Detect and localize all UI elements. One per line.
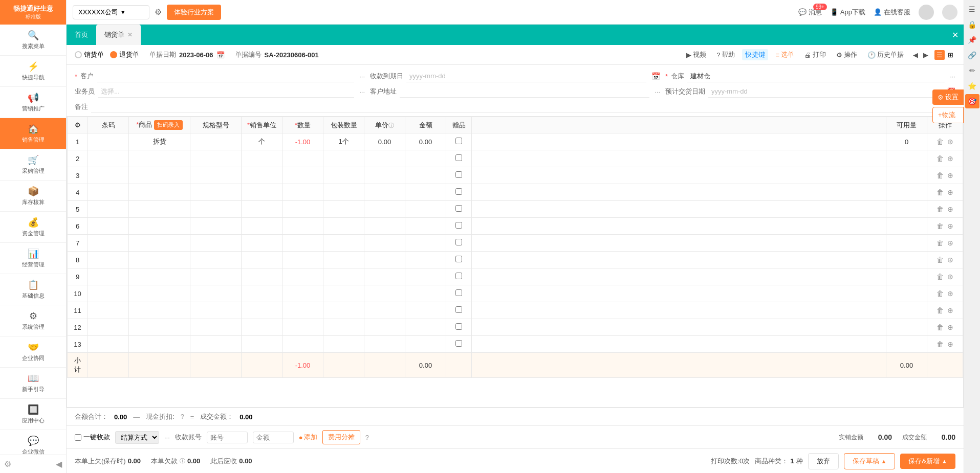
panel-btn-3[interactable]: 📌	[965, 33, 979, 47]
cell-barcode-7[interactable]	[88, 252, 129, 268]
sidebar-item-新手引导[interactable]: 📖新手引导	[0, 368, 66, 399]
sidebar-item-库存核算[interactable]: 📦库存核算	[0, 181, 66, 212]
owed-help-icon[interactable]: ⓘ	[180, 457, 185, 465]
pay-amount-input[interactable]	[253, 432, 294, 443]
message-item[interactable]: 💬 消息 99+	[798, 8, 822, 17]
gift-checkbox-3[interactable]	[455, 188, 462, 195]
sidebar-item-企业微信[interactable]: 💬企业微信	[0, 430, 66, 455]
pay-method-select[interactable]: 结算方式	[115, 431, 159, 444]
tab-close-icon[interactable]: ✕	[127, 31, 133, 38]
app-download-item[interactable]: 📱 App下载	[830, 8, 865, 17]
panel-btn-7[interactable]: 🎯	[965, 94, 979, 108]
panel-btn-4[interactable]: 🔗	[965, 48, 979, 62]
discard-button[interactable]: 放弃	[808, 453, 839, 469]
gift-checkbox-0[interactable]	[455, 138, 462, 144]
cell-spec-6[interactable]	[190, 235, 242, 252]
radio-sale[interactable]: 销货单	[75, 50, 104, 59]
barcode-input-12[interactable]	[92, 341, 124, 348]
gift-checkbox-7[interactable]	[455, 256, 462, 262]
copy-btn-2[interactable]: ⊕	[946, 170, 954, 181]
sidebar-item-销售管理[interactable]: 🏠销售管理	[0, 118, 66, 149]
gift-checkbox-5[interactable]	[455, 222, 462, 229]
barcode-input-9[interactable]	[92, 290, 124, 298]
print-btn[interactable]: 🖨 打印	[801, 49, 829, 60]
th-settings[interactable]: ⚙	[68, 117, 88, 133]
delete-btn-6[interactable]: 🗑	[935, 238, 945, 248]
collapse-icon[interactable]: ◀	[56, 459, 62, 469]
panel-btn-1[interactable]: ☰	[965, 2, 979, 16]
header-settings-icon[interactable]: ⚙	[155, 7, 162, 17]
gift-checkbox-6[interactable]	[455, 239, 462, 245]
pay-method-dots[interactable]: ···	[164, 434, 170, 441]
sidebar-item-企业协同[interactable]: 🤝企业协同	[0, 336, 66, 368]
barcode-input-0[interactable]	[92, 138, 124, 146]
cell-barcode-3[interactable]	[88, 184, 129, 201]
cell-spec-5[interactable]	[190, 218, 242, 235]
cell-spec-7[interactable]	[190, 252, 242, 268]
barcode-input-5[interactable]	[92, 222, 124, 230]
barcode-input-7[interactable]	[92, 256, 124, 264]
cell-barcode-4[interactable]	[88, 201, 129, 218]
barcode-input-6[interactable]	[92, 239, 124, 247]
payment-calendar-icon[interactable]: 📅	[651, 72, 660, 80]
list-view-icon[interactable]: ☰	[934, 50, 945, 60]
cell-spec-12[interactable]	[190, 336, 242, 353]
gift-checkbox-10[interactable]	[455, 306, 462, 313]
customer-input[interactable]	[97, 70, 354, 82]
cell-spec-4[interactable]	[190, 201, 242, 218]
cell-barcode-5[interactable]	[88, 218, 129, 235]
warehouse-input[interactable]	[687, 70, 945, 82]
cell-barcode-2[interactable]	[88, 167, 129, 184]
cell-barcode-11[interactable]	[88, 319, 129, 336]
sidebar-item-经营管理[interactable]: 📊经营管理	[0, 243, 66, 274]
barcode-input-4[interactable]	[92, 206, 124, 213]
copy-btn-9[interactable]: ⊕	[946, 288, 954, 299]
tab-home[interactable]: 首页	[67, 25, 96, 45]
barcode-input-3[interactable]	[92, 189, 124, 196]
trial-button[interactable]: 体验行业方案	[167, 5, 221, 20]
user-avatar[interactable]	[919, 5, 934, 20]
warehouse-dots[interactable]: ···	[950, 73, 955, 80]
cell-spec-11[interactable]	[190, 319, 242, 336]
copy-btn-4[interactable]: ⊕	[946, 204, 954, 214]
sidebar-item-营销推广[interactable]: 📢营销推广	[0, 87, 66, 118]
barcode-input-8[interactable]	[92, 273, 124, 281]
video-btn[interactable]: ▶ 视频	[683, 49, 709, 60]
cell-barcode-9[interactable]	[88, 285, 129, 302]
cell-barcode-12[interactable]	[88, 336, 129, 353]
tab-sale[interactable]: 销货单 ✕	[96, 25, 141, 45]
gift-checkbox-1[interactable]	[455, 154, 462, 161]
pay-account-input[interactable]	[207, 432, 248, 443]
barcode-input-1[interactable]	[92, 155, 124, 163]
gift-checkbox-9[interactable]	[455, 289, 462, 296]
gift-checkbox-4[interactable]	[455, 205, 462, 212]
copy-btn-11[interactable]: ⊕	[946, 322, 954, 332]
sidebar-item-搜索菜单[interactable]: 🔍搜索菜单	[0, 25, 66, 56]
cell-barcode-1[interactable]	[88, 150, 129, 167]
barcode-input-10[interactable]	[92, 307, 124, 314]
one-click-pay-checkbox[interactable]	[75, 434, 81, 441]
customer-dots[interactable]: ···	[359, 73, 365, 80]
expected-date-input[interactable]	[708, 85, 942, 98]
copy-btn-10[interactable]: ⊕	[946, 305, 954, 316]
panel-btn-2[interactable]: 🔒	[965, 17, 979, 32]
settings-icon[interactable]: ⚙	[4, 459, 11, 469]
delete-btn-2[interactable]: 🗑	[935, 170, 945, 181]
sidebar-item-快捷导航[interactable]: ⚡快捷导航	[0, 56, 66, 87]
barcode-input-11[interactable]	[92, 324, 124, 331]
cell-barcode-8[interactable]	[88, 268, 129, 285]
online-service-item[interactable]: 👤 在线客服	[874, 8, 910, 17]
delete-btn-3[interactable]: 🗑	[935, 187, 945, 197]
scan-btn[interactable]: 扫码录入	[154, 120, 183, 130]
cell-spec-3[interactable]	[190, 184, 242, 201]
gift-checkbox-11[interactable]	[455, 323, 462, 330]
cell-spec-8[interactable]	[190, 268, 242, 285]
delete-btn-0[interactable]: 🗑	[935, 137, 945, 147]
delete-btn-10[interactable]: 🗑	[935, 305, 945, 316]
cell-barcode-0[interactable]	[88, 133, 129, 150]
cell-spec-0[interactable]	[190, 133, 242, 150]
copy-btn-1[interactable]: ⊕	[946, 153, 954, 164]
cost-help-icon[interactable]: ?	[365, 434, 369, 441]
payment-date-input[interactable]	[406, 70, 646, 82]
delete-btn-1[interactable]: 🗑	[935, 153, 945, 164]
